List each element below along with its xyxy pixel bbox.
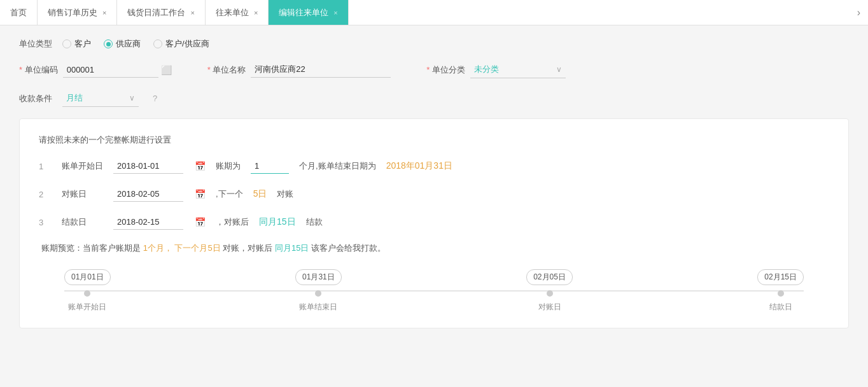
- page-content: 单位类型 客户 供应商 客户/供应商 单位编码 ⬜ 单位名: [0, 25, 868, 387]
- period-num-2: 2: [39, 190, 52, 199]
- tab-partner-close[interactable]: ×: [254, 9, 258, 17]
- period-suffix-pre-1: 账期为: [216, 160, 241, 172]
- tab-more-button[interactable]: ›: [850, 0, 868, 25]
- radio-supplier-label: 供应商: [116, 38, 141, 50]
- radio-both-label: 客户/供应商: [165, 38, 209, 50]
- unit-code-label: 单位编码: [19, 64, 58, 76]
- period-settings-panel: 请按照未来的一个完整帐期进行设置 1 账单开始日 📅 账期为 个月,账单结束日期…: [19, 118, 849, 328]
- timeline-nodes: 01月01日 账单开始日 01月31日 账单结束日 02月05日 对账日 02月…: [64, 269, 804, 313]
- timeline-node-3: 02月15日 结款日: [757, 269, 804, 313]
- preview-part2: 下一个月5日: [174, 243, 220, 253]
- timeline-dot-0: [84, 290, 90, 297]
- unit-category-group: 单位分类 未分类 ∨: [426, 61, 566, 78]
- payment-terms-value: 月结: [66, 92, 127, 104]
- timeline-label-1: 账单结束日: [299, 302, 337, 313]
- tab-home[interactable]: 首页: [0, 0, 38, 25]
- tab-sales-history[interactable]: 销售订单历史 ×: [38, 0, 117, 25]
- timeline-date-0: 01月01日: [64, 269, 111, 285]
- preview-label: 账期预览：当前客户账期是: [41, 243, 141, 253]
- period-num-1: 1: [39, 162, 52, 171]
- preview-end: 该客户会给我打款。: [311, 243, 386, 253]
- period-row-3: 3 结款日 📅 ，对账后 同月15日 结款: [39, 215, 829, 230]
- period-cal-1-icon[interactable]: 📅: [195, 161, 206, 171]
- unit-category-arrow-icon: ∨: [556, 65, 562, 74]
- radio-supplier-circle: [104, 39, 113, 48]
- tab-partner-label: 往来单位: [216, 7, 249, 18]
- unit-category-label: 单位分类: [426, 64, 465, 76]
- timeline-label-0: 账单开始日: [68, 302, 106, 313]
- timeline-node-1: 01月31日 账单结束日: [295, 269, 342, 313]
- unit-type-row: 单位类型 客户 供应商 客户/供应商: [19, 38, 849, 50]
- period-row-1: 1 账单开始日 📅 账期为 个月,账单结束日期为 2018年01月31日: [39, 158, 829, 174]
- period-date-1-input[interactable]: [113, 158, 183, 174]
- period-suffix-post-3: 结款: [306, 216, 323, 228]
- payment-terms-select[interactable]: 月结 ∨: [62, 90, 139, 107]
- unit-name-label: 单位名称: [207, 64, 246, 76]
- unit-category-value: 未分类: [474, 64, 554, 75]
- tab-bar: 首页 销售订单历史 × 钱货日清工作台 × 往来单位 × 编辑往来单位 × ›: [0, 0, 868, 25]
- preview-text: 账期预览：当前客户账期是 1个月， 下一个月5日 对账，对账后 同月15日 该客…: [39, 243, 829, 254]
- period-suffix-pre-2: ,下一个: [216, 188, 243, 200]
- radio-supplier[interactable]: 供应商: [104, 38, 141, 50]
- tab-home-label: 首页: [10, 7, 27, 18]
- period-cal-2-icon[interactable]: 📅: [195, 189, 206, 199]
- period-date-3-input[interactable]: [113, 215, 183, 230]
- unit-name-input[interactable]: [251, 62, 391, 78]
- period-end-date-1: 2018年01月31日: [386, 160, 452, 172]
- preview-mid: 对账，对账后: [223, 243, 272, 253]
- period-num-3: 3: [39, 218, 52, 227]
- timeline-node-0: 01月01日 账单开始日: [64, 269, 111, 313]
- unit-name-group: 单位名称: [207, 62, 391, 78]
- period-label-2: 对账日: [62, 188, 103, 200]
- tab-cash-workbench-label: 钱货日清工作台: [127, 7, 185, 18]
- tab-sales-history-close[interactable]: ×: [102, 9, 106, 17]
- timeline-label-3: 结款日: [769, 302, 792, 313]
- radio-customer-circle: [62, 39, 71, 48]
- timeline-dot-1: [315, 290, 321, 297]
- period-months-input[interactable]: [251, 158, 289, 174]
- unit-type-radio-group: 客户 供应商 客户/供应商: [62, 38, 209, 50]
- payment-terms-label: 收款条件: [19, 93, 52, 104]
- radio-both[interactable]: 客户/供应商: [153, 38, 209, 50]
- period-row-2: 2 对账日 📅 ,下一个 5日 对账: [39, 186, 829, 202]
- radio-customer[interactable]: 客户: [62, 38, 91, 50]
- timeline-dot-2: [547, 290, 553, 297]
- timeline-date-2: 02月05日: [526, 269, 573, 285]
- period-label-1: 账单开始日: [62, 160, 103, 172]
- unit-code-copy-icon[interactable]: ⬜: [161, 65, 172, 75]
- period-label-3: 结款日: [62, 216, 103, 228]
- radio-customer-label: 客户: [74, 38, 91, 50]
- tab-cash-workbench[interactable]: 钱货日清工作台 ×: [117, 0, 205, 25]
- tab-edit-partner[interactable]: 编辑往来单位 ×: [269, 0, 348, 25]
- tab-edit-partner-close[interactable]: ×: [333, 9, 337, 17]
- period-suffix-mid-1: 个月,账单结束日期为: [299, 160, 376, 172]
- period-highlight-pre-2: 5日: [253, 188, 267, 200]
- period-highlight-post-3: 同月15日: [259, 216, 296, 228]
- timeline-date-1: 01月31日: [295, 269, 342, 285]
- payment-terms-row: 收款条件 月结 ∨ ?: [19, 90, 849, 107]
- unit-type-label: 单位类型: [19, 38, 52, 50]
- unit-code-input[interactable]: [63, 62, 158, 78]
- tab-edit-partner-label: 编辑往来单位: [279, 7, 328, 18]
- timeline-label-2: 对账日: [538, 302, 561, 313]
- period-cal-3-icon[interactable]: 📅: [195, 217, 206, 227]
- tab-sales-history-label: 销售订单历史: [48, 7, 97, 18]
- preview-part3: 同月15日: [275, 243, 309, 253]
- payment-terms-help-icon[interactable]: ?: [153, 94, 157, 103]
- period-date-2-input[interactable]: [113, 186, 183, 202]
- tab-partner[interactable]: 往来单位 ×: [206, 0, 269, 25]
- timeline-container: 01月01日 账单开始日 01月31日 账单结束日 02月05日 对账日 02月…: [39, 269, 829, 313]
- preview-part1: 1个月，: [143, 243, 172, 253]
- period-suffix-post-2: 对账: [277, 188, 293, 200]
- timeline-node-2: 02月05日 对账日: [526, 269, 573, 313]
- unit-code-wrapper: ⬜: [63, 62, 172, 78]
- timeline-dot-3: [778, 290, 784, 297]
- unit-category-select[interactable]: 未分类 ∨: [470, 61, 566, 78]
- unit-code-group: 单位编码 ⬜: [19, 62, 172, 78]
- panel-description: 请按照未来的一个完整帐期进行设置: [39, 134, 829, 146]
- unit-info-row: 单位编码 ⬜ 单位名称 单位分类 未分类 ∨: [19, 61, 849, 78]
- tab-cash-workbench-close[interactable]: ×: [190, 9, 194, 17]
- payment-terms-arrow-icon: ∨: [129, 94, 135, 102]
- radio-both-circle: [153, 39, 162, 48]
- period-suffix-pre-3: ，对账后: [216, 216, 249, 228]
